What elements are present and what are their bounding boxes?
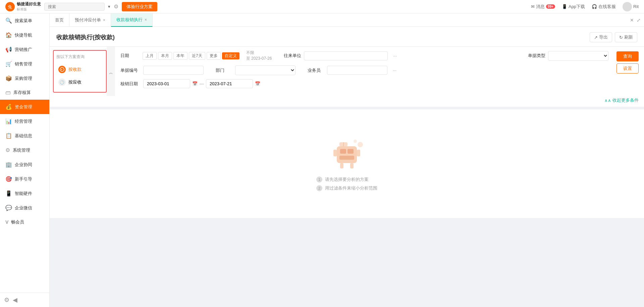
writeoff-date-start[interactable] [143,79,190,88]
counterparty-label: 往来单位 [284,53,301,59]
tab-receive-writeoff-close[interactable]: × [145,17,147,22]
query-button[interactable]: 查询 [616,51,639,61]
member-icon: V [5,219,8,225]
tab-bar: 首页 预付冲应付单 × 收款核销执行 × ✕ ⤢ [50,13,644,27]
close-tab-icon[interactable]: ✕ [630,17,634,23]
filter-settings-button[interactable]: 设置 [616,63,639,73]
chart-icon: 📊 [5,118,12,124]
hint-num-1: 1 [316,176,322,183]
online-service-btn[interactable]: 🎧 在线客服 [592,4,616,10]
bottom-settings-icon[interactable]: ⚙ [4,296,9,304]
collapse-sidebar-icon[interactable]: ◀ [13,296,17,304]
tab-bar-right: ✕ ⤢ [630,17,644,23]
sidebar-item-member[interactable]: V 畅会员 [0,215,49,229]
chat-icon: 💬 [5,205,12,211]
salesperson-ellipsis[interactable]: ··· [390,66,399,74]
filter-by-receivable-label: 按应收 [68,79,82,85]
sidebar-item-label: 经营管理 [15,118,32,124]
filter-by-receivable[interactable]: 🕐 按应收 [56,76,103,89]
date-btn-7days[interactable]: 近7天 [189,52,205,60]
salesperson-input[interactable] [327,66,387,75]
date-no-limit: 不限 [246,50,272,56]
solution-button[interactable]: 体验行业方案 [122,2,157,11]
sidebar-item-operation[interactable]: 📊 经营管理 [0,114,49,129]
sidebar-item-hardware[interactable]: 📱 智能硬件 [0,186,49,201]
sidebar-item-marketing[interactable]: 📢 营销推广 [0,42,49,57]
sidebar-item-label: 资金管理 [15,104,32,110]
tab-prepay-close[interactable]: × [103,18,105,22]
date-btn-last-month[interactable]: 上月 [143,52,157,60]
date-btn-this-month[interactable]: 本月 [158,52,172,60]
sidebar-item-sales[interactable]: 🛒 销售管理 [0,57,49,71]
date-to: 至 2023-07-26 [246,56,272,61]
box-icon: 📦 [5,75,12,82]
sidebar-item-label: 基础信息 [15,133,32,139]
message-btn[interactable]: ✉ 消息 99+ [531,4,555,10]
app-download-btn[interactable]: 📱 App下载 [562,4,585,10]
dropdown-btn[interactable]: ▾ [108,4,110,9]
svg-rect-11 [350,163,354,168]
refresh-button[interactable]: ↻ 刷新 [615,32,637,42]
date-buttons: 上月 本月 本年 近7天 更多 自定义 [143,52,239,60]
search-input[interactable] [44,3,105,11]
collapse-more-label: 收起更多条件 [612,97,639,103]
sidebar-item-label: 销售管理 [15,61,32,67]
collapse-more-button[interactable]: ∧∧ 收起更多条件 [604,97,639,103]
refresh-label: 刷新 [624,34,633,40]
tab-receive-writeoff[interactable]: 收款核销执行 × [111,13,153,27]
user-info[interactable]: Rit [623,2,639,11]
date-btn-more[interactable]: 更多 [207,52,221,60]
page-header: 收款核销执行(按收款) ↗ 导出 ↻ 刷新 [50,27,644,47]
writeoff-date-end[interactable] [206,79,253,88]
department-select[interactable] [235,65,296,75]
writeoff-date-label: 核销日期 [120,81,138,87]
tab-home-label: 首页 [55,17,64,23]
svg-rect-10 [340,163,343,168]
hint-text-1: 请先选择要分析的方案 [325,176,369,183]
empty-state: 1 请先选择要分析的方案 2 用过滤条件来缩小分析范围 [50,109,644,218]
settings-icon[interactable]: ⚙ [114,3,118,10]
empty-hints: 1 请先选择要分析的方案 2 用过滤条件来缩小分析范围 [316,176,377,191]
counterparty-ellipsis[interactable]: ··· [390,52,399,60]
sidebar-item-quicknav[interactable]: 🏠 快捷导航 [0,28,49,42]
tab-prepay[interactable]: 预付冲应付单 × [69,13,111,27]
megaphone-icon: 📢 [5,46,12,53]
tab-home[interactable]: 首页 [50,13,69,27]
export-icon: ↗ [594,35,598,40]
gear-icon: ⚙ [5,147,10,153]
sidebar-bottom: ⚙ ◀ [0,293,49,307]
counterparty-input[interactable] [304,51,388,60]
department-label: 部门 [216,67,232,73]
sidebar-item-inventory[interactable]: 🗃 库存核算 [0,86,49,100]
message-icon: ✉ [531,4,535,9]
sidebar-item-enterprise[interactable]: 🏢 企业协同 [0,157,49,172]
sidebar-item-system[interactable]: ⚙ 系统管理 [0,143,49,157]
sidebar-item-search[interactable]: 🔍 搜索菜单 [0,13,49,28]
sidebar-item-finance[interactable]: 💰 资金管理 [0,100,49,114]
sidebar-item-label: 搜索菜单 [15,18,32,24]
date-btn-this-year[interactable]: 本年 [173,52,187,60]
doc-number-input[interactable] [143,66,204,75]
sidebar-item-label: 企业微信 [15,205,32,211]
export-button[interactable]: ↗ 导出 [590,32,612,42]
collapse-filter-btn[interactable]: 《 [107,47,115,96]
page-actions: ↗ 导出 ↻ 刷新 [590,32,637,42]
hint-text-2: 用过滤条件来缩小分析范围 [325,185,377,191]
sidebar-item-guide[interactable]: 🎯 新手引导 [0,172,49,186]
tab-receive-writeoff-label: 收款核销执行 [116,17,143,23]
sidebar-item-wechat[interactable]: 💬 企业微信 [0,201,49,215]
svg-rect-4 [337,146,357,163]
export-label: 导出 [599,34,608,40]
filter-by-receipt[interactable]: ¥ 按收款 [56,63,103,76]
svg-rect-6 [347,149,354,154]
expand-icon[interactable]: ⤢ [637,17,641,23]
sidebar-item-purchase[interactable]: 📦 采购管理 [0,71,49,86]
calendar-start-icon[interactable]: 📅 [192,81,198,86]
sidebar-item-basicinfo[interactable]: 📋 基础信息 [0,129,49,143]
doc-type-select[interactable] [548,51,608,61]
writeoff-date-range: 📅 — 📅 [143,79,260,88]
filter-left-panel: 按以下方案查询 ¥ 按收款 🕐 按应收 [53,50,107,93]
content-area: 首页 预付冲应付单 × 收款核销执行 × ✕ ⤢ 收款核销执行(按收款) [50,13,644,307]
svg-point-15 [354,140,357,143]
calendar-end-icon[interactable]: 📅 [255,81,260,86]
